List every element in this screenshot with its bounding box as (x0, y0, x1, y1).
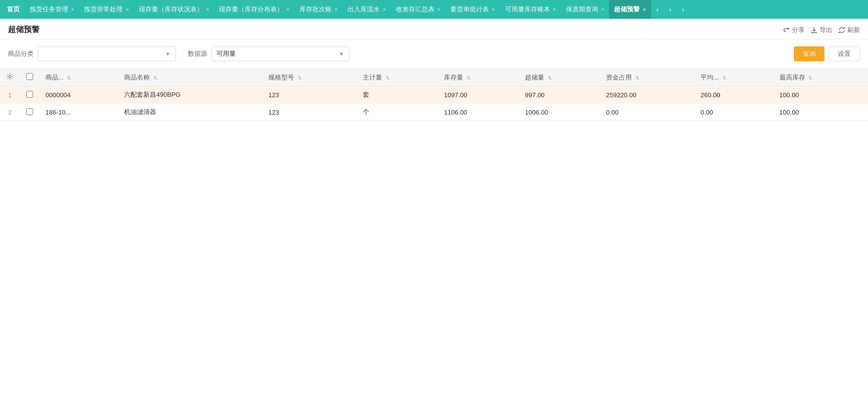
cell-capital: 259220.00 (600, 86, 694, 104)
data-source-chevron-icon: ▼ (339, 51, 344, 57)
cell-product-name: 六配套新昌490BPG (118, 86, 262, 104)
home-label: 首页 (7, 5, 20, 14)
cell-spec: 123 (262, 86, 357, 104)
nav-tab-1[interactable]: 拣货异常处理 × (79, 0, 133, 19)
table-wrapper: 商品... ⇅ 商品名称 ⇅ 规格型号 ⇅ 主计量 ⇅ (0, 69, 868, 121)
sort-icon-max-stock: ⇅ (808, 75, 812, 80)
main-table: 商品... ⇅ 商品名称 ⇅ 规格型号 ⇅ 主计量 ⇅ (0, 69, 868, 121)
nav-tab-8[interactable]: 可用量库存账本 × (500, 0, 561, 19)
close-icon-4[interactable]: × (335, 6, 338, 12)
table-header-row: 商品... ⇅ 商品名称 ⇅ 规格型号 ⇅ 主计量 ⇅ (0, 69, 868, 86)
sort-icon-product-name: ⇅ (153, 75, 157, 80)
cell-spec: 123 (262, 104, 357, 121)
nav-tab-home[interactable]: 首页 (2, 0, 25, 19)
gear-icon (6, 73, 14, 80)
share-button[interactable]: 分享 (783, 26, 805, 35)
col-avg[interactable]: 平均... ⇅ (694, 69, 773, 86)
tab-label-4: 库存批次账 (300, 5, 332, 14)
gear-settings-col[interactable] (0, 69, 20, 86)
filter-area: 商品分类 ▼ 数据源 可用量 ▼ 查询 设置 (0, 40, 868, 69)
header-actions: 分享 导出 刷新 (783, 26, 860, 35)
select-all-col[interactable] (20, 69, 40, 86)
tab-label-8: 可用量库存账本 (505, 5, 550, 14)
cell-avg: 0.00 (694, 104, 773, 121)
nav-tab-7[interactable]: 要货单统计表 × (445, 0, 500, 19)
product-category-label: 商品分类 (8, 49, 34, 58)
refresh-icon (838, 27, 845, 34)
product-category-filter: 商品分类 ▼ (8, 46, 176, 61)
cell-max-stock: 100.00 (774, 104, 868, 121)
export-button[interactable]: 导出 (811, 26, 832, 35)
nav-tab-9[interactable]: 保质期查询 × (561, 0, 609, 19)
page-title: 超储预警 (8, 25, 40, 35)
tab-label-0: 拣货任务管理 (30, 5, 68, 14)
page-header: 超储预警 分享 导出 刷新 (0, 19, 868, 40)
col-capital[interactable]: 资金占用 ⇅ (600, 69, 694, 86)
row-number: 1 (0, 86, 20, 104)
product-category-select[interactable]: ▼ (38, 46, 176, 61)
chevron-down-icon: ▼ (165, 51, 171, 57)
sort-icon-stock: ⇅ (467, 75, 471, 80)
sort-icon-avg: ⇅ (722, 75, 726, 80)
svg-point-0 (9, 76, 11, 78)
nav-tab-10[interactable]: 超储预警 × (609, 0, 651, 19)
col-stock[interactable]: 库存量 ⇅ (438, 69, 519, 86)
refresh-button[interactable]: 刷新 (838, 26, 860, 35)
close-icon-5[interactable]: × (383, 6, 386, 12)
sort-icon-overstock: ⇅ (548, 75, 552, 80)
filter-buttons: 查询 设置 (794, 46, 860, 61)
setting-button[interactable]: 设置 (828, 46, 860, 61)
close-icon-10[interactable]: × (643, 6, 646, 12)
col-product-name[interactable]: 商品名称 ⇅ (118, 69, 262, 86)
cell-overstock: 997.00 (519, 86, 600, 104)
row-checkbox[interactable] (26, 108, 33, 115)
close-icon-3[interactable]: × (286, 6, 289, 12)
close-icon-0[interactable]: × (71, 6, 74, 12)
cell-capital: 0.00 (600, 104, 694, 121)
col-unit[interactable]: 主计量 ⇅ (357, 69, 438, 86)
col-max-stock[interactable]: 最高库存 ⇅ (774, 69, 868, 86)
row-checkbox[interactable] (26, 91, 33, 98)
tab-label-9: 保质期查询 (566, 5, 598, 14)
nav-prev-arrow[interactable]: ‹ (651, 0, 664, 19)
select-all-checkbox[interactable] (26, 73, 33, 80)
export-icon (811, 27, 818, 34)
cell-unit: 套 (357, 86, 438, 104)
close-icon-9[interactable]: × (601, 6, 604, 12)
nav-tab-0[interactable]: 拣货任务管理 × (25, 0, 79, 19)
top-navigation: 首页 拣货任务管理 × 拣货异常处理 × 现存量（库存状况表） × 现存量（库存… (0, 0, 868, 19)
query-button[interactable]: 查询 (794, 46, 825, 61)
nav-tab-4[interactable]: 库存批次账 × (295, 0, 343, 19)
close-icon-8[interactable]: × (553, 6, 556, 12)
share-icon (783, 27, 790, 34)
sort-icon-product-code: ⇅ (67, 75, 71, 80)
col-spec[interactable]: 规格型号 ⇅ (262, 69, 357, 86)
nav-tab-6[interactable]: 收发存汇总表 × (391, 0, 445, 19)
col-product-code[interactable]: 商品... ⇅ (40, 69, 118, 86)
sort-icon-spec: ⇅ (298, 75, 302, 80)
row-number: 2 (0, 104, 20, 121)
tab-label-2: 现存量（库存状况表） (139, 5, 203, 14)
close-icon-6[interactable]: × (437, 6, 440, 12)
page-content: 超储预警 分享 导出 刷新 商品 (0, 19, 868, 395)
nav-next-arrow[interactable]: › (664, 0, 677, 19)
nav-tab-2[interactable]: 现存量（库存状况表） × (134, 0, 214, 19)
nav-tab-3[interactable]: 现存量（库存分布表） × (214, 0, 294, 19)
nav-tab-5[interactable]: 出入库流水 × (343, 0, 391, 19)
close-icon-2[interactable]: × (206, 6, 209, 12)
cell-max-stock: 100.00 (774, 86, 868, 104)
close-icon-7[interactable]: × (492, 6, 495, 12)
sort-icon-unit: ⇅ (386, 75, 390, 80)
col-overstock[interactable]: 超储量 ⇅ (519, 69, 600, 86)
nav-more-arrow[interactable]: › (677, 0, 690, 19)
row-checkbox-cell[interactable] (20, 104, 40, 121)
cell-product-code: 186-10... (40, 104, 118, 121)
tab-label-5: 出入库流水 (347, 5, 380, 14)
data-source-filter: 数据源 可用量 ▼ (188, 46, 349, 61)
cell-unit: 个 (357, 104, 438, 121)
close-icon-1[interactable]: × (126, 6, 129, 12)
cell-stock: 1097.00 (438, 86, 519, 104)
row-checkbox-cell[interactable] (20, 86, 40, 104)
cell-stock: 1106.00 (438, 104, 519, 121)
data-source-select[interactable]: 可用量 ▼ (211, 46, 349, 61)
